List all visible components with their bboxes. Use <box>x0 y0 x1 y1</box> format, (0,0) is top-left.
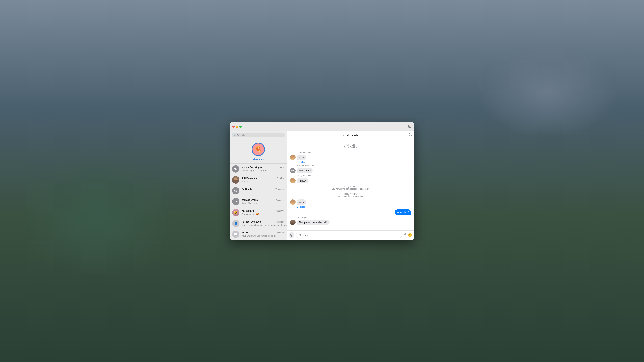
chat-group-name: Pizza Pals <box>347 134 358 137</box>
conv-preview-phone: Sorry, we don't recognize this response.… <box>242 224 286 226</box>
avatar-jeff-msg <box>290 220 296 225</box>
conv-info-cj: CJ Smith Yesterday Lol <box>242 188 284 194</box>
conv-time-cj: Yesterday <box>276 188 284 190</box>
sender-name-jeff: Jeff Benjamin <box>297 216 411 219</box>
conv-preview-78156: Your ShareGrid verification code is: <box>242 235 276 237</box>
conv-preview-kat: Sooo precious 🥰 <box>242 213 259 215</box>
conv-top-melvin: Melvin Brockington 6:26 PM <box>242 166 284 169</box>
conv-top-jeff: Jeff Benjamin 6:23 PM <box>242 177 284 179</box>
message-group-jeff: Jeff Benjamin That pizza, it looked good… <box>290 216 411 225</box>
avatar-cj: CS <box>232 187 240 194</box>
system-text-1: You named the conversation "Pizza Pals". <box>332 188 369 190</box>
app-window: 🔍 🍕 Pizza Pals MB Melvin Brocki <box>230 122 414 240</box>
conversation-list: MB Melvin Brockington 6:26 PM Melvin lau… <box>230 164 286 240</box>
minimize-button[interactable] <box>236 125 238 128</box>
conv-top-phone: +1 (415) 200-1908 Yesterday <box>242 220 284 223</box>
search-input[interactable] <box>237 134 283 136</box>
bubble-melvin-cool: This is cool <box>297 168 312 173</box>
to-label: To: <box>343 134 346 137</box>
search-bar: 🔍 <box>230 131 286 139</box>
conv-name-melvin: Melvin Brockington <box>242 166 263 169</box>
avatar-wallace: WE <box>232 198 240 205</box>
conv-top-cj: CJ Smith Yesterday <box>242 188 284 190</box>
conv-preview-jeff: What's up? <box>242 180 252 183</box>
svg-rect-2 <box>404 233 406 235</box>
conversation-item-melvin[interactable]: MB Melvin Brockington 6:26 PM Melvin lau… <box>230 164 286 174</box>
group-header: 🍕 Pizza Pals <box>230 139 286 164</box>
search-wrapper[interactable]: 🔍 <box>232 133 284 137</box>
replies-link-1[interactable]: 2 Replies <box>297 161 411 163</box>
message-group-1: Daisy Benjamin Wow 2 Replies <box>290 151 411 163</box>
avatar-kat: 🐱 <box>232 209 240 216</box>
sender-name-melvin: Melvin Brockington <box>297 165 411 167</box>
conv-preview-wallace: It does! I'm hype! <box>242 202 258 204</box>
apps-button[interactable] <box>289 232 294 238</box>
conv-name-jeff: Jeff Benjamin <box>242 177 257 179</box>
input-bar: 😊 <box>287 230 414 240</box>
avatar-78156: 💬 <box>232 231 240 238</box>
conversation-item-cj[interactable]: CS CJ Smith Yesterday Lol <box>230 185 286 196</box>
emoji-button[interactable]: 😊 <box>408 233 412 237</box>
group-name: Pizza Pals <box>252 158 264 161</box>
message-group-melvin: Melvin Brockington MB This is cool <box>290 165 411 173</box>
message-input[interactable] <box>296 232 402 238</box>
bubble-daisy-wow-1: Wow <box>297 155 306 160</box>
system-message-1: Today 7:36 PM You named the conversation… <box>290 185 411 190</box>
conv-time-phone: Yesterday <box>276 221 284 223</box>
conv-info-jeff: Jeff Benjamin 6:23 PM What's up? <box>242 177 284 183</box>
conv-name-cj: CJ Smith <box>242 188 252 190</box>
conv-name-kat: Kat Ballard <box>242 210 254 212</box>
info-button[interactable]: i <box>408 133 412 137</box>
avatar-daisy-2 <box>290 178 296 183</box>
conv-time-jeff: 6:23 PM <box>277 177 284 179</box>
avatar-daisy-3 <box>290 199 296 205</box>
pizza-icon: 🍕 <box>252 143 264 155</box>
chat-header-title: To: Pizza Pals <box>330 134 371 137</box>
conversation-item-phone[interactable]: 👤 +1 (415) 200-1908 Yesterday Sorry, we … <box>230 218 286 229</box>
time-label-1: Today 6:45 PM <box>344 146 357 148</box>
message-row-daisy-wow-2: Wow <box>290 199 411 205</box>
conv-top-wallace: Wallace Evans Yesterday <box>242 199 284 201</box>
conv-time-78156: Yesterday <box>276 232 284 234</box>
avatar-melvin: MB <box>232 165 240 173</box>
message-row-melvin: MB This is cool <box>290 168 411 173</box>
conv-info-phone: +1 (415) 200-1908 Yesterday Sorry, we do… <box>242 220 284 226</box>
system-time-2: Today 7:36 PM <box>344 193 357 195</box>
traffic-lights <box>232 125 242 128</box>
replies-link-2[interactable]: 2 Replies <box>297 206 411 208</box>
system-time-1: Today 7:36 PM <box>344 185 357 188</box>
conversation-item-wallace[interactable]: WE Wallace Evans Yesterday It does! I'm … <box>230 196 286 207</box>
chat-header: To: Pizza Pals i <box>287 131 414 140</box>
compose-button[interactable] <box>408 124 412 129</box>
conversation-item-jeff[interactable]: Jeff Benjamin 6:23 PM What's up? <box>230 174 286 185</box>
bubble-wrapper-2: Wow <box>297 199 306 205</box>
group-avatar: 🍕 <box>252 143 265 156</box>
sidebar: 🔍 🍕 Pizza Pals MB Melvin Brocki <box>230 131 287 240</box>
conv-info-wallace: Wallace Evans Yesterday It does! I'm hyp… <box>242 199 284 205</box>
conv-time-wallace: Yesterday <box>276 199 284 201</box>
main-layout: 🔍 🍕 Pizza Pals MB Melvin Brocki <box>230 131 414 240</box>
conversation-item-kat[interactable]: 🐱 Kat Ballard Yesterday Sooo precious 🥰 <box>230 207 286 218</box>
audio-button[interactable] <box>403 233 407 237</box>
avatar-jeff <box>232 176 240 184</box>
title-bar <box>230 122 414 131</box>
conv-top-kat: Kat Ballard Yesterday <box>242 210 284 212</box>
maximize-button[interactable] <box>240 125 242 128</box>
message-row-daisy-iknow: I know! <box>290 178 411 183</box>
close-button[interactable] <box>232 125 234 128</box>
conv-time-melvin: 6:26 PM <box>277 166 284 169</box>
conv-info-kat: Kat Ballard Yesterday Sooo precious 🥰 <box>242 210 284 216</box>
bubble-jeff-pizza: That pizza, it looked good!!! <box>297 220 330 225</box>
conv-time-kat: Yesterday <box>276 210 284 212</box>
conv-name-78156: 78156 <box>242 231 248 234</box>
bubble-daisy-iknow: I know! <box>297 178 308 183</box>
avatar-daisy-1 <box>290 155 296 160</box>
messages-container[interactable]: iMessage Today 6:45 PM Daisy Benjamin Wo… <box>287 140 414 230</box>
conv-preview-melvin: Melvin laughed at "Agreed" <box>242 169 268 172</box>
conversation-item-78156[interactable]: 💬 78156 Yesterday Your ShareGrid verific… <box>230 229 286 240</box>
imessage-label: iMessage <box>346 144 355 146</box>
info-icon: i <box>408 133 412 137</box>
message-row-jeff: That pizza, it looked good!!! <box>290 220 411 225</box>
conv-name-phone: +1 (415) 200-1908 <box>242 220 261 223</box>
conv-top-78156: 78156 Yesterday <box>242 231 284 234</box>
